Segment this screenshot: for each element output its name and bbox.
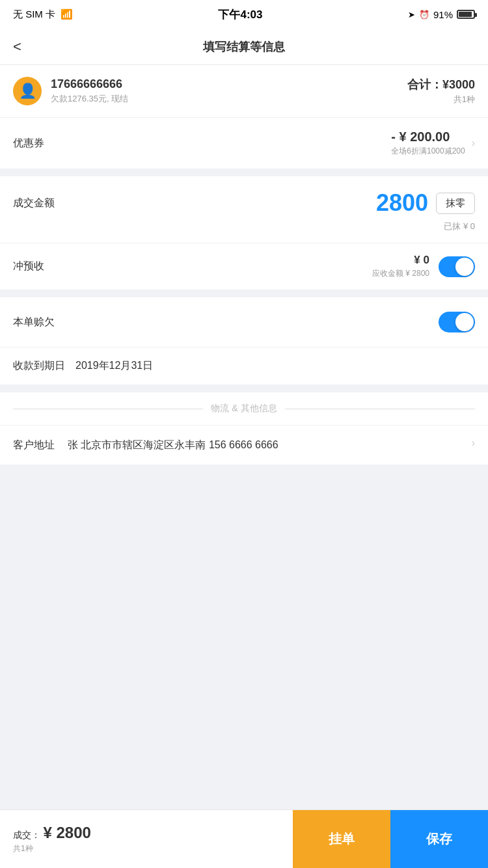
duedate-value: 2019年12月31日 xyxy=(75,359,153,373)
status-right: ➤ ⏰ 91% xyxy=(408,9,475,20)
customer-card: 👤 17666666666 欠款1276.35元, 现结 合计：¥3000 共1… xyxy=(0,65,488,169)
bottom-deal-label: 成交： xyxy=(13,830,40,840)
prepay-amount: ¥ 0 xyxy=(372,254,429,267)
deal-card: 成交金额 2800 抹零 已抹 ¥ 0 冲预收 ¥ 0 应收金额 ¥ 2800 xyxy=(0,176,488,290)
customer-left: 👤 17666666666 欠款1276.35元, 现结 xyxy=(13,77,128,105)
wifi-icon: 📶 xyxy=(61,8,73,20)
debt-card: 本单赊欠 收款到期日 2019年12月31日 xyxy=(0,297,488,385)
duedate-label: 收款到期日 xyxy=(13,359,65,373)
back-button[interactable]: < xyxy=(13,38,21,55)
battery-icon xyxy=(457,10,475,19)
logistics-text: 物流 & 其他信息 xyxy=(211,403,277,414)
logistics-line-left xyxy=(13,409,203,409)
empty-space xyxy=(0,472,488,590)
prepay-toggle[interactable] xyxy=(439,256,475,277)
prepay-label: 冲预收 xyxy=(13,260,44,273)
address-label: 客户地址 xyxy=(13,437,55,452)
address-value: 张 北京市市辖区海淀区永丰南 156 6666 6666 xyxy=(68,437,467,453)
debt-toggle-thumb xyxy=(455,313,474,331)
total-amount: 合计：¥3000 xyxy=(407,77,475,92)
deal-label: 成交金额 xyxy=(13,197,55,210)
carrier-text: 无 SIM 卡 xyxy=(13,8,55,21)
chevron-right-icon: › xyxy=(472,137,475,149)
coupon-desc: 全场6折满1000减200 xyxy=(391,146,465,157)
deal-amount: 2800 xyxy=(376,189,428,217)
debt-label: 本单赊欠 xyxy=(13,316,55,329)
receivable-text: 应收金额 ¥ 2800 xyxy=(372,268,429,279)
customer-info: 17666666666 欠款1276.35元, 现结 xyxy=(51,77,128,105)
address-chevron-icon: › xyxy=(472,437,475,449)
erased-row: 已抹 ¥ 0 xyxy=(0,221,488,243)
nav-bar: < 填写结算等信息 xyxy=(0,29,488,65)
logistics-line-right xyxy=(285,409,475,409)
prepay-row: 冲预收 ¥ 0 应收金额 ¥ 2800 xyxy=(0,243,488,290)
avatar-icon: 👤 xyxy=(19,83,36,100)
debt-row: 本单赊欠 xyxy=(0,297,488,347)
battery-percent: 91% xyxy=(433,9,453,20)
coupon-amount-wrap: - ¥ 200.00 全场6折满1000减200 xyxy=(391,129,465,157)
location-icon: ➤ xyxy=(408,10,415,20)
bottom-deal-amount: ¥ 2800 xyxy=(43,824,90,841)
coupon-amount: - ¥ 200.00 xyxy=(391,129,465,144)
hold-button[interactable]: 挂单 xyxy=(293,810,390,869)
bottom-deal-line: 成交： ¥ 2800 xyxy=(13,824,280,842)
alarm-icon: ⏰ xyxy=(419,10,429,20)
bottom-summary: 成交： ¥ 2800 共1种 xyxy=(0,824,293,854)
avatar: 👤 xyxy=(13,77,42,105)
save-button[interactable]: 保存 xyxy=(390,810,488,869)
logistics-card: 物流 & 其他信息 客户地址 张 北京市市辖区海淀区永丰南 156 6666 6… xyxy=(0,392,488,465)
status-bar: 无 SIM 卡 📶 下午4:03 ➤ ⏰ 91% xyxy=(0,0,488,29)
logistics-header: 物流 & 其他信息 xyxy=(0,392,488,425)
status-left: 无 SIM 卡 📶 xyxy=(13,8,73,21)
customer-right: 合计：¥3000 共1种 xyxy=(407,77,475,105)
bottom-count: 共1种 xyxy=(13,843,280,854)
address-row[interactable]: 客户地址 张 北京市市辖区海淀区永丰南 156 6666 6666 › xyxy=(0,425,488,465)
duedate-row: 收款到期日 2019年12月31日 xyxy=(0,347,488,385)
status-time: 下午4:03 xyxy=(218,7,262,22)
prepay-amount-wrap: ¥ 0 应收金额 ¥ 2800 xyxy=(372,254,429,279)
deal-amount-wrap: 2800 抹零 xyxy=(376,189,475,217)
customer-sub: 欠款1276.35元, 现结 xyxy=(51,93,128,105)
total-count: 共1种 xyxy=(407,94,475,105)
bottom-bar: 成交： ¥ 2800 共1种 挂单 保存 xyxy=(0,809,488,868)
coupon-row[interactable]: 优惠券 - ¥ 200.00 全场6折满1000减200 › xyxy=(0,117,488,169)
prepay-right: ¥ 0 应收金额 ¥ 2800 xyxy=(372,254,475,279)
debt-toggle[interactable] xyxy=(439,312,475,332)
round-button[interactable]: 抹零 xyxy=(436,193,475,214)
deal-row: 成交金额 2800 抹零 xyxy=(0,176,488,221)
customer-row: 👤 17666666666 欠款1276.35元, 现结 合计：¥3000 共1… xyxy=(0,65,488,117)
customer-phone: 17666666666 xyxy=(51,77,128,91)
content: 👤 17666666666 欠款1276.35元, 现结 合计：¥3000 共1… xyxy=(0,65,488,648)
toggle-thumb xyxy=(455,258,474,276)
coupon-right: - ¥ 200.00 全场6折满1000减200 › xyxy=(391,129,475,157)
coupon-label: 优惠券 xyxy=(13,137,44,150)
page-title: 填写结算等信息 xyxy=(203,39,285,55)
